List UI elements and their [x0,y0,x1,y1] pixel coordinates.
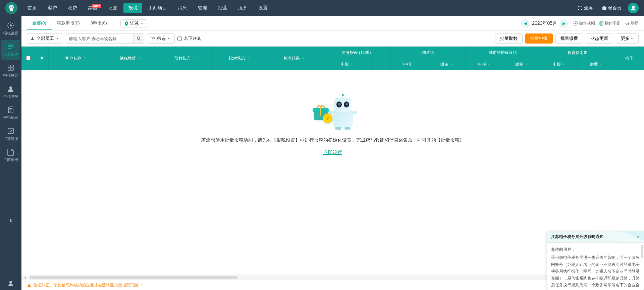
th-city-declare: 申报 [466,59,503,70]
th-gear[interactable] [35,47,49,70]
svg-rect-5 [8,45,13,46]
app-logo [5,2,17,14]
sidebar-item-batch-tax[interactable]: 批量报税 [1,40,20,60]
th-city-tax: 城市维护建设税 [466,47,540,59]
overview-icon [7,64,15,72]
svg-rect-11 [11,68,13,70]
setup-link[interactable]: 立即设置 [323,150,342,156]
svg-point-12 [9,86,12,89]
nav-operations[interactable]: 经营 [213,3,232,13]
th-fr-pay [373,59,391,70]
nav-message[interactable]: 消息 [173,3,192,13]
svg-rect-35 [353,111,357,114]
next-month-button[interactable]: ▶ [560,19,568,27]
scroll-track[interactable] [30,276,237,279]
svg-point-15 [9,281,12,284]
tab-all[interactable]: 全部(0) [27,17,52,30]
th-edu-pay: 缴费 [578,59,615,70]
download-icon [7,218,14,225]
notification-panel: 江苏电子税务局升级影响通知 − × 尊敬的用户： 受当前电子税务局进一步升级的影… [547,231,644,290]
svg-point-30 [338,103,341,106]
sub-tabs-bar: 全部(0) 税款申报(0) 0申报(0) 江苏 ◀ 2023年05月 ▶ [21,16,644,31]
top-navigation: 首页 客户 收费 票据 NEW 记账 报税 工商项目 消息 管理 经营 服务 设… [0,0,644,16]
filter-button[interactable]: 筛选 [147,33,175,44]
video-action[interactable]: 操作视频 [573,20,595,26]
refresh-action[interactable]: 刷新 [625,20,639,26]
svg-rect-6 [8,46,13,47]
user-avatar[interactable] [628,3,639,13]
sidebar-item-overview[interactable]: 报税总览 [1,61,20,81]
nav-business[interactable]: 工商项目 [144,3,172,13]
status-update-button[interactable]: 状态更新 [586,33,613,44]
sidebar: 报税设置 批量报税 报税总览 个税申报 报税记录 [0,16,21,290]
new-badge: NEW [92,4,101,8]
province-label: 江苏 [130,20,139,26]
sidebar-item-tax-records[interactable]: 报税记录 [1,103,20,123]
search-input[interactable] [66,36,133,41]
th-compare-status: 比对状态 [212,47,267,70]
batch-fetch-button[interactable]: 批量取数 [495,33,523,44]
th-vat-pay: 缴费 [428,59,465,70]
sidebar-label-annual-report: 工商年报 [3,157,18,162]
nav-settings[interactable]: 设置 [254,3,272,13]
svg-rect-37 [344,127,351,130]
notification-close-button[interactable]: × [637,234,640,240]
member-label: 畅会员 [608,5,621,11]
name-account-checkbox[interactable]: 名下账套 [177,35,201,42]
warning-text: 验证账密、采集信息均成功的企业才会流转至批量报税页面中 [34,282,142,288]
sidebar-user[interactable] [1,277,20,290]
svg-point-20 [41,57,43,59]
empty-state-text: 若您想使用批量报税功能，请先在【报税设置】中进行报税的初始化设置，完成密码验证和… [201,136,464,144]
toolbar-right: 批量取数 批量申报 批量缴费 状态更新 更多 [495,33,639,44]
sidebar-item-personal-tax[interactable]: 个税申报 [1,82,20,102]
date-navigation: ◀ 2023年05月 ▶ [521,19,568,27]
nav-billing[interactable]: 收费 [63,3,82,13]
province-selector[interactable]: 江苏 [120,19,147,27]
select-all-checkbox[interactable] [26,56,31,60]
notification-scrollbar[interactable] [641,243,643,290]
th-education-fee: 教育费附加 [540,47,615,59]
nav-management[interactable]: 管理 [193,3,212,13]
tab-actions: 操作视频 操作手册 刷新 [573,20,639,26]
th-vat: 增值税 [391,47,466,59]
name-account-checkbox-input[interactable] [177,37,182,41]
sidebar-item-annual-report[interactable]: 工商年报 [1,145,20,165]
sidebar-label-batch-tax: 批量报税 [3,52,18,57]
prev-month-button[interactable]: ◀ [521,19,529,27]
fullscreen-button[interactable]: 全屏 [575,4,595,12]
fullscreen-label: 全屏 [584,5,593,11]
sidebar-item-tax-settings[interactable]: 报税设置 [1,19,20,39]
nav-bookkeeping[interactable]: 记账 [103,3,122,13]
sidebar-download[interactable] [1,215,20,228]
nav-home[interactable]: 首页 [23,3,42,13]
nav-tax[interactable]: 报税 [123,3,142,13]
svg-point-33 [342,94,344,96]
notification-minimize[interactable]: − [631,234,634,240]
employee-select[interactable]: 全部员工 [27,33,63,44]
nav-customer[interactable]: 客户 [43,3,62,13]
search-box [66,33,144,44]
scroll-left-icon[interactable] [23,275,28,280]
nav-service[interactable]: 服务 [233,3,252,13]
more-button[interactable]: 更多 [616,33,639,44]
sidebar-item-annual-settlement[interactable]: 汇算清缴 [1,124,20,144]
tab-zero-declare[interactable]: 0申报(0) [85,17,112,30]
svg-point-1 [12,7,13,8]
refresh-label: 刷新 [631,20,639,26]
tab-tax-declare[interactable]: 税款申报(0) [52,17,85,30]
svg-rect-36 [335,127,341,130]
th-checkbox[interactable] [22,47,35,70]
svg-point-3 [632,6,635,8]
batch-declare-button[interactable]: 批量申报 [525,33,553,44]
data-table: 客户名称 纳税性质 取数状态 比对状态 [21,47,644,176]
sidebar-label-annual-settlement: 汇算清缴 [3,136,18,141]
manual-action[interactable]: 操作手册 [599,20,621,26]
svg-point-31 [345,103,348,106]
batch-pay-button[interactable]: 批量缴费 [555,33,583,44]
search-button[interactable] [133,33,144,44]
member-button[interactable]: 畅会员 [599,4,624,12]
nav-invoice[interactable]: 票据 NEW [83,3,102,13]
svg-point-4 [10,24,12,26]
sidebar-label-tax-settings: 报税设置 [3,31,18,36]
svg-rect-2 [602,7,606,10]
